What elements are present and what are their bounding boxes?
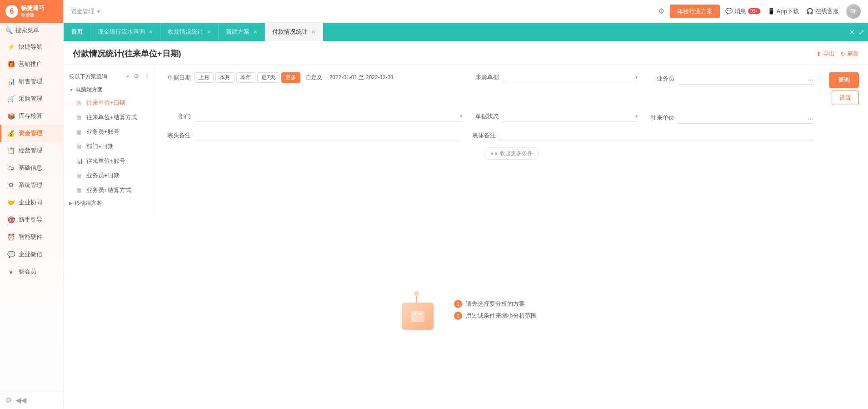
filter-row-2: 部门 ▾ 单据状态 ▾ 往来单位	[164, 111, 859, 124]
sidebar-item-label: 智能硬件	[19, 233, 42, 241]
weixin-icon: 💬	[7, 251, 15, 258]
doc-status-label: 单据状态	[472, 112, 499, 121]
tab-receivable[interactable]: 收款情况统计 ✕	[160, 23, 219, 41]
scheme-item-3[interactable]: ▦ 部门+日期	[64, 139, 154, 154]
export-icon: ⬆	[816, 50, 821, 57]
sidebar-item-member[interactable]: ∨ 畅会员	[0, 263, 63, 280]
scheme-item-icon-0: ◎	[76, 100, 84, 106]
empty-hints: 1 请先选择要分析的方案 2 用过滤条件来缩小分析范围	[454, 300, 537, 323]
sidebar-item-weixin[interactable]: 💬 企业微信	[0, 246, 63, 263]
sidebar-item-label: 企业微信	[19, 250, 42, 258]
sidebar-item-stock[interactable]: 📦 库存核算	[0, 107, 63, 125]
tab-receivable-close-icon[interactable]: ✕	[207, 29, 211, 35]
table-header-note-input[interactable]	[195, 130, 459, 141]
online-service-btn[interactable]: 🎧 在线客服	[806, 7, 839, 15]
refresh-btn[interactable]: ↻ 刷新	[840, 50, 859, 58]
tab-close-btn[interactable]: ✕	[849, 28, 855, 36]
sidebar-item-sales[interactable]: 📊 销售管理	[0, 73, 63, 90]
salesperson-select[interactable]: ...	[678, 72, 813, 85]
search-menu[interactable]: 🔍 搜索菜单	[0, 23, 63, 38]
tab-payment-label: 付款情况统计	[272, 28, 308, 36]
scheme-item-2[interactable]: ▦ 业务员+账号	[64, 125, 154, 139]
date-btn-custom[interactable]: 自定义	[302, 73, 326, 82]
scheme-item-4[interactable]: 📊 往来单位+账号	[64, 154, 154, 168]
sidebar-item-guide[interactable]: 🎯 新手引导	[0, 211, 63, 228]
sidebar-item-quick-nav[interactable]: ⚡ 快捷导航	[0, 38, 63, 56]
sidebar-item-hardware[interactable]: ⏰ 智能硬件	[0, 228, 63, 246]
tab-new-scheme-close-icon[interactable]: ✕	[253, 29, 257, 35]
collapse-more-btn[interactable]: ∧∧ 收起更多条件	[484, 147, 539, 160]
sidebar-item-basic[interactable]: 🗂 基础信息	[0, 159, 63, 177]
source-select[interactable]: ▾	[503, 72, 638, 82]
scheme-item-0[interactable]: ◎ 往来单位+日期	[64, 96, 154, 110]
sidebar-bottom: ⚙ ◀◀	[0, 391, 63, 409]
avatar[interactable]: Rit	[846, 4, 861, 19]
logo-name: 畅捷通巧	[21, 5, 45, 12]
trial-industry-btn[interactable]: 体验行业方案	[670, 5, 720, 18]
sidebar-item-marketing[interactable]: 🎁 营销推广	[0, 56, 63, 73]
doc-status-dropdown-icon: ▾	[635, 113, 638, 119]
dept-dropdown-icon: ▾	[460, 113, 463, 119]
messages-btn[interactable]: 💬 消息 99+	[725, 7, 760, 15]
sidebar-settings-btn[interactable]: ⚙	[5, 396, 12, 404]
tab-maximize-btn[interactable]: ⤢	[858, 28, 864, 36]
date-label: 单据日期	[164, 74, 191, 82]
topbar: 资金管理 ▾ ⚙ 体验行业方案 💬 消息 99+ 📱 App下载 🎧 在线客服 …	[64, 0, 868, 23]
doc-status-select[interactable]: ▾	[503, 111, 638, 121]
sidebar-item-enterprise[interactable]: 🤝 企业协同	[0, 194, 63, 211]
topbar-gear-icon[interactable]: ⚙	[658, 7, 664, 15]
filter-row-3: 表头备注 表体备注	[164, 130, 859, 141]
scheme-item-icon-5: ▦	[76, 172, 84, 179]
scheme-item-6[interactable]: ▦ 业务员+结算方式	[64, 183, 154, 197]
export-btn[interactable]: ⬆ 导出	[816, 50, 835, 58]
empty-hint-2: 2 用过滤条件来缩小分析范围	[454, 312, 537, 320]
tab-bank[interactable]: 现金银行流水查询 ✕	[90, 23, 160, 41]
sidebar-item-capital[interactable]: 💰 资金管理	[0, 125, 63, 142]
scheme-collapse-btn[interactable]: 《	[142, 72, 149, 81]
member-icon: ∨	[7, 268, 15, 275]
salesperson-ellipsis[interactable]: ...	[808, 74, 813, 82]
hardware-icon: ⏰	[7, 233, 15, 241]
counterpart-select[interactable]: ...	[678, 111, 813, 124]
app-download-btn[interactable]: 📱 App下载	[768, 7, 799, 15]
scheme-item-1[interactable]: ▦ 往来单位+结算方式	[64, 110, 154, 125]
sidebar-item-label: 系统管理	[19, 181, 42, 189]
date-btn-this-year[interactable]: 本年	[236, 72, 255, 83]
tab-home[interactable]: 首页	[64, 23, 90, 41]
sidebar-item-label: 采购管理	[19, 95, 42, 103]
tab-new-scheme[interactable]: 新建方案 ✕	[219, 23, 265, 41]
tab-payment-close-icon[interactable]: ✕	[311, 29, 315, 35]
date-btn-7days[interactable]: 近7天	[257, 72, 279, 83]
tab-bank-close-icon[interactable]: ✕	[149, 29, 153, 35]
scheme-group-desktop[interactable]: ▼ 电脑端方案	[64, 84, 154, 96]
sidebar-item-label: 企业协同	[19, 198, 42, 207]
breadcrumb-arrow: ▾	[97, 8, 100, 15]
tab-payment[interactable]: 付款情况统计 ✕	[265, 23, 323, 41]
sidebar-item-system[interactable]: ⚙ 系统管理	[0, 177, 63, 194]
table-body-note-input[interactable]	[499, 130, 813, 141]
purchase-icon: 🛒	[7, 95, 15, 102]
sidebar-item-purchase[interactable]: 🛒 采购管理	[0, 90, 63, 107]
scheme-group-mobile[interactable]: ▶ 移动端方案	[64, 197, 154, 209]
quick-nav-icon: ⚡	[7, 43, 15, 50]
scheme-settings-btn[interactable]: ⚙	[134, 72, 140, 81]
date-field: 单据日期 上月 本月 本年 近7天 更多 自定义 2022-01-01 至 20…	[164, 72, 463, 83]
scheme-item-5[interactable]: ▦ 业务员+日期	[64, 168, 154, 183]
add-scheme-btn[interactable]: ＋	[125, 72, 131, 81]
dept-select[interactable]: ▾	[195, 111, 463, 121]
collapse-label: 收起更多条件	[500, 150, 533, 157]
date-btn-more[interactable]: 更多	[281, 72, 300, 83]
date-btn-this-month[interactable]: 本月	[215, 72, 234, 83]
date-btn-last-month[interactable]: 上月	[195, 72, 214, 83]
sidebar-item-operation[interactable]: 📋 经营管理	[0, 142, 63, 159]
filter-settings-btn[interactable]: 设置	[832, 91, 859, 105]
operation-icon: 📋	[7, 147, 15, 154]
sidebar-logo: 6 畅捷通巧 标准版	[0, 0, 63, 23]
sidebar-collapse-btn[interactable]: ◀◀	[15, 396, 26, 404]
query-btn[interactable]: 查询	[829, 72, 859, 88]
marketing-icon: 🎁	[7, 61, 15, 68]
tabs-bar: 首页 现金银行流水查询 ✕ 收款情况统计 ✕ 新建方案 ✕ 付款情况统计 ✕ ✕…	[64, 23, 868, 41]
robot-eyes	[411, 311, 424, 315]
counterpart-ellipsis[interactable]: ...	[808, 113, 813, 121]
refresh-label: 刷新	[847, 50, 859, 58]
